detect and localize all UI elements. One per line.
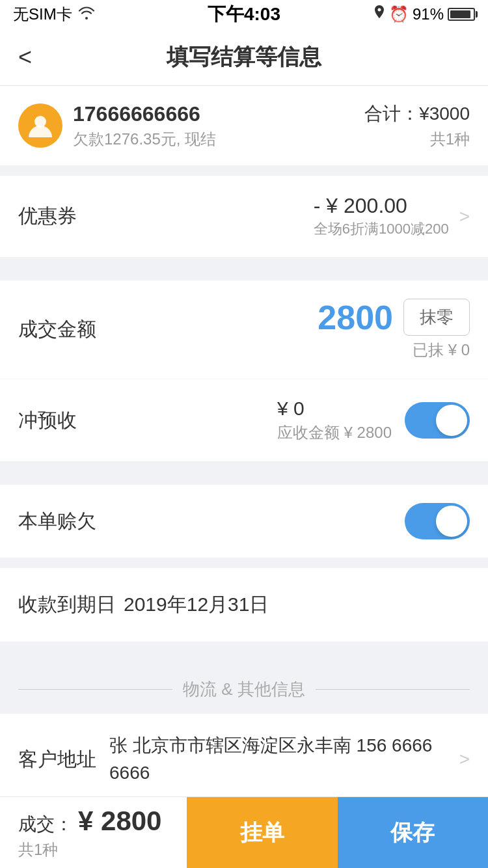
section-divider-3 — [0, 652, 488, 665]
nav-bar: < 填写结算等信息 — [0, 29, 488, 86]
content: 17666666666 欠款1276.35元, 现结 合计：¥3000 共1种 … — [0, 86, 488, 868]
bottom-deal: 成交： ¥ 2800 — [18, 806, 169, 837]
deal-amount-value-wrap: 2800 抹零 已抹 ¥ 0 — [318, 299, 470, 360]
hold-button[interactable]: 挂单 — [187, 797, 337, 869]
prepay-amount: ¥ 0 — [277, 398, 392, 420]
debt-toggle-knob — [436, 506, 467, 537]
deal-amount-value[interactable]: 2800 — [318, 301, 393, 334]
logistics-line-right — [316, 689, 470, 690]
section-divider-1 — [0, 267, 488, 280]
coupon-label: 优惠券 — [18, 203, 77, 230]
customer-debt: 欠款1276.35元, 现结 — [73, 129, 216, 150]
debt-label: 本单赊欠 — [18, 508, 96, 535]
customer-count: 共1种 — [364, 129, 470, 150]
logistics-divider: 物流 & 其他信息 — [0, 665, 488, 714]
customer-card: 17666666666 欠款1276.35元, 现结 合计：¥3000 共1种 — [0, 86, 488, 165]
due-date-label: 收款到期日 — [18, 591, 116, 618]
bottom-deal-count: 共1种 — [18, 839, 169, 860]
prepay-toggle[interactable] — [405, 402, 470, 439]
form-section-deal: 成交金额 2800 抹零 已抹 ¥ 0 冲预收 ¥ 0 应收金额 ¥ 2800 — [0, 280, 488, 461]
time-display: 下午4:03 — [208, 2, 280, 27]
carrier-label: 无SIM卡 — [13, 4, 72, 25]
customer-right: 合计：¥3000 共1种 — [364, 102, 470, 150]
deal-amount-label: 成交金额 — [18, 316, 96, 343]
due-date-value: 2019年12月31日 — [124, 591, 269, 618]
bottom-deal-label: 成交： — [18, 812, 73, 837]
prepay-sub: 应收金额 ¥ 2800 — [277, 422, 392, 443]
coupon-discount: - ¥ 200.00 — [314, 194, 449, 218]
deal-amount-row: 成交金额 2800 抹零 已抹 ¥ 0 — [0, 280, 488, 379]
battery-icon — [448, 8, 475, 21]
toggle-knob — [436, 405, 467, 436]
bottom-summary: 成交： ¥ 2800 共1种 — [0, 806, 187, 860]
due-date-section: 收款到期日 2019年12月31日 — [0, 568, 488, 642]
form-section-debt: 本单赊欠 — [0, 485, 488, 558]
deal-amount-sub: 已抹 ¥ 0 — [413, 340, 470, 360]
coupon-detail: 全场6折满1000减200 — [314, 219, 449, 239]
coupon-right: - ¥ 200.00 全场6折满1000减200 > — [314, 194, 470, 239]
bottom-deal-amount: ¥ 2800 — [78, 806, 161, 837]
customer-phone: 17666666666 — [73, 102, 216, 126]
logistics-line-left — [18, 689, 172, 690]
coupon-row[interactable]: 优惠券 - ¥ 200.00 全场6折满1000减200 > — [0, 176, 488, 257]
logistics-text: 物流 & 其他信息 — [172, 678, 316, 701]
customer-info: 17666666666 欠款1276.35元, 现结 — [73, 102, 216, 150]
debt-toggle[interactable] — [405, 503, 470, 539]
address-chevron-icon: > — [459, 749, 470, 770]
debt-row: 本单赊欠 — [0, 485, 488, 558]
address-value: 张 北京市市辖区海淀区永丰南 156 6666 6666 — [109, 732, 454, 787]
avatar — [18, 103, 62, 148]
status-bar: 无SIM卡 下午4:03 ⏰ 91% — [0, 0, 488, 29]
bottom-bar: 成交： ¥ 2800 共1种 挂单 保存 — [0, 796, 488, 868]
status-left: 无SIM卡 — [13, 4, 96, 25]
section-divider-2 — [0, 472, 488, 485]
address-label: 客户地址 — [18, 746, 96, 773]
customer-total: 合计：¥3000 — [364, 102, 470, 126]
alarm-icon: ⏰ — [389, 5, 409, 23]
back-button[interactable]: < — [18, 44, 32, 71]
prepay-row: 冲预收 ¥ 0 应收金额 ¥ 2800 — [0, 379, 488, 461]
save-button[interactable]: 保存 — [338, 797, 488, 869]
wifi-icon — [77, 5, 96, 23]
address-row[interactable]: 客户地址 张 北京市市辖区海淀区永丰南 156 6666 6666 > — [0, 714, 488, 805]
coupon-chevron-icon: > — [459, 206, 470, 227]
round-button[interactable]: 抹零 — [403, 299, 470, 336]
status-right: ⏰ 91% — [373, 5, 475, 23]
customer-left: 17666666666 欠款1276.35元, 现结 — [18, 102, 216, 150]
location-icon — [373, 5, 385, 23]
nav-title: 填写结算等信息 — [167, 42, 321, 72]
prepay-label: 冲预收 — [18, 407, 77, 434]
battery-percent: 91% — [413, 5, 444, 23]
